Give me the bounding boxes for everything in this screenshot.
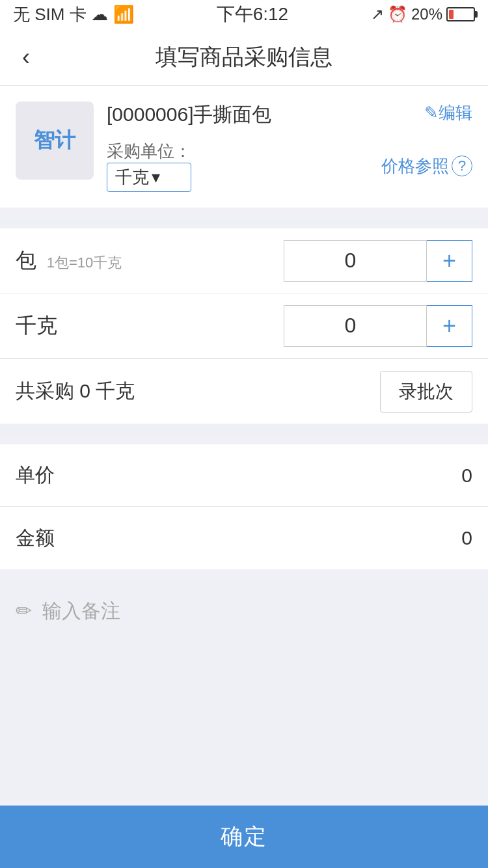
total-text: 共采购 0 千克: [16, 378, 135, 405]
kg-plus-button[interactable]: +: [427, 305, 472, 347]
kg-input-row: 千克 +: [0, 293, 488, 359]
amount-row: 金额 0: [0, 507, 488, 569]
amount-label: 金额: [16, 525, 55, 552]
product-name-row: [0000006]手撕面包 ✎编辑: [107, 102, 472, 128]
unit-price-value: 0: [461, 465, 472, 487]
wifi-icon: 📶: [113, 5, 134, 25]
unit-row: 采购单位： 千克 ▾ 价格参照 ?: [107, 140, 472, 192]
unit-select[interactable]: 千克 ▾: [107, 163, 191, 192]
notes-placeholder: 输入备注: [42, 598, 120, 625]
battery-icon: [446, 7, 475, 21]
product-name: [0000006]手撕面包: [107, 102, 271, 128]
status-time: 下午6:12: [217, 2, 289, 27]
pencil-icon: ✏: [16, 599, 32, 622]
unit-price-label: 单价: [16, 462, 55, 489]
edit-button[interactable]: ✎编辑: [424, 102, 472, 124]
amount-value: 0: [461, 527, 472, 549]
unit-price-row: 单价 0: [0, 444, 488, 507]
bag-plus-button[interactable]: +: [427, 240, 472, 282]
quantity-section: 包 1包=10千克 + 千克 + 共采购 0 千克 录批次: [0, 228, 488, 424]
product-image: 智计: [16, 102, 94, 180]
unit-label: 采购单位：: [107, 141, 191, 161]
help-icon: ?: [452, 156, 472, 176]
section-divider-1: [0, 218, 488, 228]
sim-status: 无 SIM 卡 ☁: [13, 3, 108, 26]
bag-input-group: +: [284, 240, 472, 282]
back-button[interactable]: ‹: [16, 37, 36, 77]
unit-label-group: 采购单位： 千克 ▾: [107, 140, 191, 192]
kg-input[interactable]: [284, 305, 427, 347]
product-info: [0000006]手撕面包 ✎编辑 采购单位： 千克 ▾ 价格参照 ?: [107, 102, 472, 192]
bag-label: 包: [16, 249, 36, 272]
batch-button[interactable]: 录批次: [380, 371, 472, 413]
price-ref-button[interactable]: 价格参照 ?: [381, 155, 472, 178]
bag-label-group: 包 1包=10千克: [16, 247, 271, 275]
battery-percent: 20%: [411, 5, 442, 23]
bag-input[interactable]: [284, 240, 427, 282]
bag-unit-label: 1包=10千克: [47, 254, 122, 271]
status-left: 无 SIM 卡 ☁ 📶: [13, 3, 134, 26]
kg-label: 千克: [16, 314, 57, 337]
price-section: 单价 0 金额 0: [0, 444, 488, 569]
product-logo-text: 智计: [34, 126, 75, 155]
notes-section[interactable]: ✏ 输入备注: [0, 580, 488, 801]
unit-value: 千克: [115, 166, 149, 189]
nav-bar: ‹ 填写商品采购信息: [0, 29, 488, 86]
status-right: ↗ ⏰ 20%: [371, 5, 475, 23]
total-row: 共采购 0 千克 录批次: [0, 359, 488, 424]
alarm-icon: ⏰: [388, 5, 407, 23]
kg-label-group: 千克: [16, 312, 271, 340]
page-title: 填写商品采购信息: [156, 42, 332, 72]
confirm-button[interactable]: 确定: [0, 806, 488, 868]
bottom-area: 确定: [0, 806, 488, 868]
status-bar: 无 SIM 卡 ☁ 📶 下午6:12 ↗ ⏰ 20%: [0, 0, 488, 29]
price-ref-label: 价格参照: [381, 155, 449, 178]
kg-input-group: +: [284, 305, 472, 347]
location-icon: ↗: [371, 5, 384, 23]
bag-input-row: 包 1包=10千克 +: [0, 228, 488, 293]
chevron-down-icon: ▾: [152, 167, 160, 187]
product-card: 智计 [0000006]手撕面包 ✎编辑 采购单位： 千克 ▾ 价格参照 ?: [0, 86, 488, 208]
section-divider-2: [0, 424, 488, 434]
